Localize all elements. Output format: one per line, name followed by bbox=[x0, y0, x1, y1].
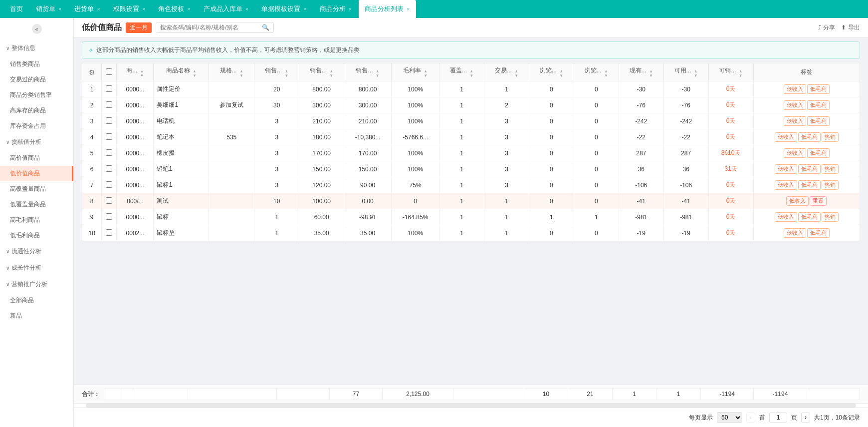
row-browse1[interactable]: 0 bbox=[529, 81, 574, 97]
row-select-checkbox[interactable] bbox=[106, 85, 112, 92]
sidebar-group-contribution[interactable]: ∨ 贡献值分析 bbox=[0, 134, 73, 150]
browse1-link[interactable]: 0 bbox=[550, 182, 553, 189]
page-number-input[interactable] bbox=[769, 413, 787, 423]
sidebar-group-overall[interactable]: ∨ 整体信息 bbox=[0, 40, 73, 56]
row-checkbox[interactable] bbox=[102, 129, 117, 145]
row-name: 橡皮擦 bbox=[154, 145, 209, 161]
row-browse1[interactable]: 0 bbox=[529, 145, 574, 161]
browse1-link[interactable]: 0 bbox=[550, 102, 553, 109]
row-checkbox[interactable] bbox=[102, 145, 117, 161]
row-browse2: 0 bbox=[574, 113, 619, 129]
col-gear[interactable]: ⚙ bbox=[82, 63, 102, 81]
table-row: 2 0000... 吴细细1 参加复试 30 300.00 300.00 100… bbox=[82, 97, 860, 113]
select-all-checkbox[interactable] bbox=[106, 68, 112, 75]
row-checkbox[interactable] bbox=[102, 113, 117, 129]
close-icon[interactable]: × bbox=[245, 6, 248, 12]
col-checkbox[interactable] bbox=[102, 63, 117, 81]
browse1-link[interactable]: 0 bbox=[550, 86, 553, 93]
browse1-link[interactable]: 1 bbox=[550, 214, 553, 221]
row-browse1[interactable]: 0 bbox=[529, 177, 574, 193]
nav-product-analysis-list[interactable]: 商品分析列表 × bbox=[359, 0, 416, 18]
browse1-link[interactable]: 0 bbox=[550, 134, 553, 141]
close-icon[interactable]: × bbox=[349, 6, 352, 12]
row-select-checkbox[interactable] bbox=[106, 229, 112, 236]
sidebar-item-all-products[interactable]: 全部商品 bbox=[0, 293, 73, 308]
export-button[interactable]: ⬆ 导出 bbox=[841, 23, 860, 32]
row-rate: 0 bbox=[392, 193, 439, 209]
sidebar-item-stock-capital[interactable]: 库存资金占用 bbox=[0, 118, 73, 134]
browse1-link[interactable]: 0 bbox=[550, 230, 553, 237]
sidebar-item-high-value[interactable]: 高价值商品 bbox=[0, 150, 73, 166]
sidebar-item-high-coverage[interactable]: 高覆盖量商品 bbox=[0, 181, 73, 197]
row-num: 2 bbox=[82, 97, 102, 113]
share-button[interactable]: ⤴ 分享 bbox=[818, 23, 835, 32]
close-icon[interactable]: × bbox=[303, 6, 306, 12]
sidebar-item-high-stock[interactable]: 高库存的商品 bbox=[0, 103, 73, 118]
row-select-checkbox[interactable] bbox=[106, 181, 112, 188]
row-browse1[interactable]: 0 bbox=[529, 113, 574, 129]
sidebar-item-new-products[interactable]: 新品 bbox=[0, 308, 73, 324]
row-select-checkbox[interactable] bbox=[106, 165, 112, 172]
row-checkbox[interactable] bbox=[102, 97, 117, 113]
search-input[interactable] bbox=[160, 24, 260, 31]
sidebar-group-marketing[interactable]: ∨ 营销推广分析 bbox=[0, 276, 73, 293]
browse1-link[interactable]: 0 bbox=[550, 118, 553, 125]
row-num: 7 bbox=[82, 177, 102, 193]
row-select-checkbox[interactable] bbox=[106, 213, 112, 220]
row-checkbox[interactable] bbox=[102, 225, 117, 241]
sidebar-item-low-margin[interactable]: 低毛利商品 bbox=[0, 228, 73, 243]
row-checkbox[interactable] bbox=[102, 161, 117, 177]
row-s3: 0.00 bbox=[344, 193, 392, 209]
sidebar-group-growth[interactable]: ∨ 成长性分析 bbox=[0, 260, 73, 276]
nav-role-auth[interactable]: 角色授权 × bbox=[152, 0, 196, 18]
row-checkbox[interactable] bbox=[102, 193, 117, 209]
close-icon[interactable]: × bbox=[142, 6, 145, 12]
row-checkbox[interactable] bbox=[102, 81, 117, 97]
nav-sales-order[interactable]: 销货单 × bbox=[30, 0, 67, 18]
sidebar-item-sales-products[interactable]: 销售类商品 bbox=[0, 56, 73, 72]
sidebar-item-low-value[interactable]: 低价值商品 bbox=[0, 166, 73, 181]
nav-purchase-order[interactable]: 进货单 × bbox=[68, 0, 106, 18]
nav-product-stock[interactable]: 产成品入库单 × bbox=[198, 0, 254, 18]
row-select-checkbox[interactable] bbox=[106, 197, 112, 204]
row-select-checkbox[interactable] bbox=[106, 133, 112, 140]
sidebar-item-category-sales[interactable]: 商品分类销售率 bbox=[0, 87, 73, 103]
per-page-select[interactable]: 50 20 100 bbox=[717, 412, 742, 423]
sidebar-collapse-button[interactable]: « bbox=[32, 24, 42, 34]
horizontal-scrollbar[interactable] bbox=[86, 404, 856, 408]
row-browse1[interactable]: 0 bbox=[529, 225, 574, 241]
row-select-checkbox[interactable] bbox=[106, 117, 112, 124]
row-select-checkbox[interactable] bbox=[106, 149, 112, 156]
row-browse1[interactable]: 0 bbox=[529, 129, 574, 145]
nav-home[interactable]: 首页 bbox=[4, 0, 29, 18]
close-icon[interactable]: × bbox=[58, 6, 61, 12]
filter-tag-recent-month[interactable]: 近一月 bbox=[126, 22, 152, 33]
row-browse1[interactable]: 1 bbox=[529, 209, 574, 225]
row-select-checkbox[interactable] bbox=[106, 101, 112, 108]
nav-permissions[interactable]: 权限设置 × bbox=[107, 0, 151, 18]
gear-icon[interactable]: ⚙ bbox=[89, 68, 95, 76]
row-checkbox[interactable] bbox=[102, 209, 117, 225]
close-icon[interactable]: × bbox=[407, 6, 410, 12]
footer-stock: -1194 bbox=[701, 389, 754, 400]
row-checkbox[interactable] bbox=[102, 177, 117, 193]
browse1-link[interactable]: 0 bbox=[550, 166, 553, 173]
first-page-button[interactable]: ‹ bbox=[746, 413, 755, 423]
sidebar-item-high-margin[interactable]: 高毛利商品 bbox=[0, 212, 73, 228]
browse1-link[interactable]: 0 bbox=[550, 198, 553, 205]
nav-template-settings[interactable]: 单据模板设置 × bbox=[255, 0, 312, 18]
browse1-link[interactable]: 0 bbox=[550, 150, 553, 157]
close-icon[interactable]: × bbox=[187, 6, 190, 12]
close-icon[interactable]: × bbox=[97, 6, 100, 12]
nav-product-analysis[interactable]: 商品分析 × bbox=[314, 0, 358, 18]
row-browse1[interactable]: 0 bbox=[529, 161, 574, 177]
next-page-button[interactable]: › bbox=[801, 413, 810, 423]
row-browse1[interactable]: 0 bbox=[529, 97, 574, 113]
table-container[interactable]: ⚙ 商... ▲▼ 商品名称 ▲▼ 规格... ▲▼ 销售... ▲▼ 销售..… bbox=[74, 63, 868, 385]
row-browse1[interactable]: 0 bbox=[529, 193, 574, 209]
sidebar-item-traded-products[interactable]: 交易过的商品 bbox=[0, 72, 73, 87]
row-code: 0000... bbox=[117, 113, 154, 129]
search-icon[interactable]: 🔍 bbox=[262, 24, 269, 31]
sidebar-item-low-coverage[interactable]: 低覆盖量商品 bbox=[0, 197, 73, 212]
sidebar-group-liquidity[interactable]: ∨ 流通性分析 bbox=[0, 243, 73, 260]
